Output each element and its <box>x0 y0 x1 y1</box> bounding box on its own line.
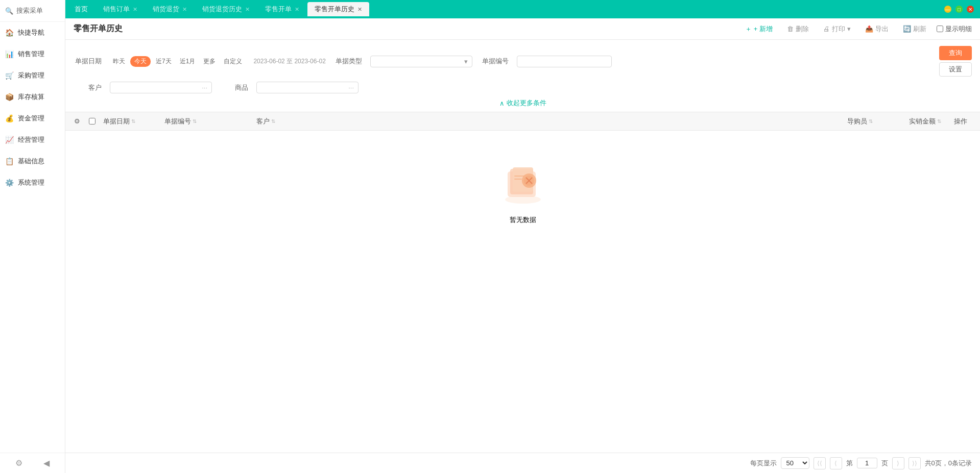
th-customer-label: 客户 <box>256 117 270 126</box>
collapse-sidebar-btn[interactable]: ◀ <box>43 458 50 468</box>
filter-area: 单据日期 昨天 今天 近7天 近1月 更多 自定义 2023-06-02 至 2… <box>65 40 980 112</box>
tab-sales-return-label: 销货退货 <box>153 5 179 14</box>
tab-sales-return-close[interactable]: ✕ <box>182 6 187 13</box>
tab-retail-open-close[interactable]: ✕ <box>295 6 299 13</box>
sidebar-item-finance[interactable]: 💰 资金管理 <box>0 108 65 129</box>
refresh-label: 刷新 <box>913 24 926 34</box>
th-customer[interactable]: 客户 ⇅ <box>252 117 843 126</box>
goods-more-icon[interactable]: ··· <box>348 84 354 91</box>
table-select-all[interactable] <box>85 118 99 125</box>
sort-billno-icon: ⇅ <box>193 118 197 124</box>
sort-guide-icon: ⇅ <box>869 118 873 124</box>
display-detail-input[interactable] <box>937 26 943 32</box>
bill-no-input[interactable] <box>517 56 612 67</box>
sidebar-item-quick-nav[interactable]: 🏠 快捷导航 <box>0 22 65 43</box>
refresh-button[interactable]: 🔄 刷新 <box>899 22 930 36</box>
print-arrow-icon: ▾ <box>847 25 851 33</box>
sidebar-item-basic-info[interactable]: 📋 基础信息 <box>0 151 65 172</box>
box-icon: 📦 <box>5 93 14 101</box>
tab-home[interactable]: 首页 <box>67 2 95 16</box>
query-button[interactable]: 查询 <box>939 46 972 60</box>
minimize-button[interactable]: — <box>944 6 951 13</box>
customer-more-icon[interactable]: ··· <box>202 84 207 91</box>
cart-icon: 🛒 <box>5 71 14 80</box>
delete-button[interactable]: 🗑 删除 <box>783 22 813 36</box>
empty-text: 暂无数据 <box>510 215 536 225</box>
page-title: 零售开单历史 <box>74 23 123 34</box>
sidebar-item-operation[interactable]: 📈 经营管理 <box>0 129 65 151</box>
select-all-checkbox[interactable] <box>89 118 95 125</box>
tab-sales-return-history-close[interactable]: ✕ <box>245 6 250 13</box>
table-container: ⚙ 单据日期 ⇅ 单据编号 ⇅ 客户 ⇅ 导购员 ⇅ 实销金额 ⇅ <box>65 112 980 453</box>
add-button[interactable]: ＋ + 新增 <box>741 22 777 36</box>
th-amount-label: 实销金额 <box>909 117 936 126</box>
th-guide-label: 导购员 <box>847 117 867 126</box>
date-btn-today[interactable]: 今天 <box>130 56 151 67</box>
prev-page-btn[interactable]: ⟨ <box>830 457 842 469</box>
date-btn-more[interactable]: 更多 <box>200 56 219 67</box>
th-date[interactable]: 单据日期 ⇅ <box>99 117 160 126</box>
filter-row-2: 客户 ··· 商品 ··· <box>74 82 972 93</box>
tab-sales-order-close[interactable]: ✕ <box>133 6 137 13</box>
export-button[interactable]: 📤 导出 <box>861 22 893 36</box>
first-page-btn[interactable]: ⟨⟨ <box>814 457 826 469</box>
close-button[interactable]: ✕ <box>967 6 974 13</box>
clipboard-icon: 📋 <box>5 157 14 165</box>
main-content: 首页 销售订单 ✕ 销货退货 ✕ 销货退货历史 ✕ 零售开单 ✕ 零售开单历史 … <box>65 0 980 473</box>
tab-retail-open[interactable]: 零售开单 ✕ <box>258 2 306 16</box>
tab-sales-return-history-label: 销货退货历史 <box>202 5 242 14</box>
filter-row-1: 单据日期 昨天 今天 近7天 近1月 更多 自定义 2023-06-02 至 2… <box>74 46 972 77</box>
tab-retail-history-close[interactable]: ✕ <box>357 6 362 13</box>
sidebar-item-purchase-mgmt[interactable]: 🛒 采购管理 <box>0 65 65 86</box>
sidebar-item-label: 资金管理 <box>18 114 44 123</box>
tab-retail-history[interactable]: 零售开单历史 ✕ <box>307 2 369 16</box>
sidebar-nav: 🏠 快捷导航 📊 销售管理 🛒 采购管理 📦 库存核算 💰 资金管理 📈 经营管… <box>0 22 65 453</box>
date-btn-last1m[interactable]: 近1月 <box>177 56 199 67</box>
sort-customer-icon: ⇅ <box>271 118 275 124</box>
sidebar-item-label: 基础信息 <box>18 157 44 166</box>
bill-type-select[interactable]: ▾ <box>370 56 472 67</box>
collapse-label: 收起更多条件 <box>507 98 546 108</box>
date-btn-last7[interactable]: 近7天 <box>153 56 175 67</box>
tab-sales-return[interactable]: 销货退货 ✕ <box>146 2 194 16</box>
tab-home-label: 首页 <box>75 5 88 14</box>
sidebar-item-system[interactable]: ⚙️ 系统管理 <box>0 172 65 193</box>
date-btn-yesterday[interactable]: 昨天 <box>110 56 128 67</box>
sidebar-item-sales-mgmt[interactable]: 📊 销售管理 <box>0 43 65 65</box>
delete-label: 删除 <box>796 24 809 34</box>
export-label: 导出 <box>875 24 889 34</box>
next-page-btn[interactable]: ⟩ <box>892 457 904 469</box>
empty-state: 暂无数据 <box>65 131 980 255</box>
svg-rect-8 <box>514 176 524 177</box>
maximize-button[interactable]: □ <box>955 6 963 13</box>
print-icon: 🖨 <box>823 25 830 33</box>
tab-sales-return-history[interactable]: 销货退货历史 ✕ <box>195 2 257 16</box>
collapse-filter-btn[interactable]: ∧ 收起更多条件 <box>499 98 546 108</box>
table-settings-icon[interactable]: ⚙ <box>69 117 85 125</box>
print-button[interactable]: 🖨 打印 ▾ <box>819 22 855 36</box>
per-page-select[interactable]: 50 10 20 100 <box>781 457 809 469</box>
sidebar-item-label: 销售管理 <box>18 49 44 59</box>
search-button[interactable]: 🔍 搜索采单 <box>0 0 65 22</box>
money-icon: 💰 <box>5 114 14 122</box>
action-buttons: 查询 设置 <box>939 46 972 77</box>
settings-footer-btn[interactable]: ⚙ <box>15 458 22 468</box>
page-number-input[interactable] <box>857 458 877 468</box>
search-label: 搜索采单 <box>16 6 43 15</box>
sidebar-item-inventory[interactable]: 📦 库存核算 <box>0 86 65 108</box>
sidebar-item-label: 快捷导航 <box>18 28 44 37</box>
last-page-btn[interactable]: ⟩⟩ <box>909 457 921 469</box>
refresh-icon: 🔄 <box>903 25 911 33</box>
th-billno[interactable]: 单据编号 ⇅ <box>160 117 252 126</box>
th-guide[interactable]: 导购员 ⇅ <box>843 117 894 126</box>
settings-button[interactable]: 设置 <box>939 62 972 77</box>
date-btn-custom[interactable]: 自定义 <box>221 56 245 67</box>
th-billno-label: 单据编号 <box>164 117 191 126</box>
home-icon: 🏠 <box>5 29 14 37</box>
tab-sales-order[interactable]: 销售订单 ✕ <box>96 2 145 16</box>
bill-type-label: 单据类型 <box>334 57 362 66</box>
th-action-label: 操作 <box>954 117 967 126</box>
display-detail-checkbox[interactable]: 显示明细 <box>937 24 972 34</box>
th-amount[interactable]: 实销金额 ⇅ <box>894 117 945 126</box>
sidebar-footer: ⚙ ◀ <box>0 453 65 473</box>
